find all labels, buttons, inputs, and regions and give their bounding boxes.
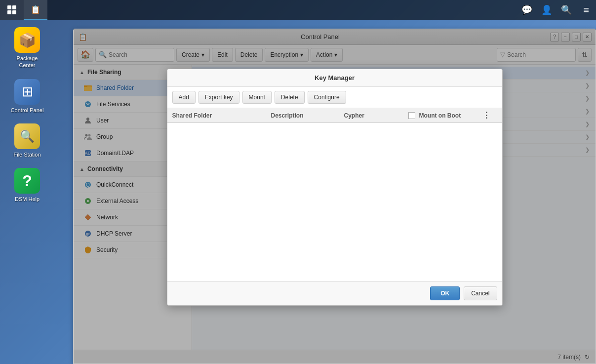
dsm-help-icon[interactable]: ? DSM Help — [7, 165, 47, 205]
file-station-icon[interactable]: 🔍 File Station — [7, 121, 47, 161]
col-cypher: Cypher — [344, 112, 408, 119]
modal-overlay: Key Manager Add Export key Mount Delete … — [74, 29, 596, 364]
apps-grid-icon — [5, 3, 18, 16]
taskbar-right: 💬 👤 🔍 ≡ — [517, 0, 596, 20]
dsm-help-img: ? — [14, 168, 40, 194]
mount-button[interactable]: Mount — [242, 91, 272, 104]
package-center-label: Package Center — [10, 55, 44, 69]
cancel-button[interactable]: Cancel — [464, 286, 497, 300]
search-icon: 🔍 — [561, 4, 572, 15]
control-panel-taskbar-icon: 📋 — [31, 5, 40, 14]
mount-on-boot-label: Mount on Boot — [419, 112, 461, 119]
taskbar-apps: 📋 — [0, 0, 47, 20]
user-icon-button[interactable]: 👤 — [537, 0, 556, 20]
control-panel-desktop-icon[interactable]: ⊞ Control Panel — [7, 77, 47, 116]
key-manager-modal: Key Manager Add Export key Mount Delete … — [167, 69, 503, 306]
col-more[interactable]: ⋮ — [482, 111, 497, 120]
modal-delete-button[interactable]: Delete — [275, 91, 305, 104]
configure-button[interactable]: Configure — [308, 91, 346, 104]
desktop-icons: 📦 Package Center ⊞ Control Panel 🔍 File … — [7, 25, 47, 205]
modal-toolbar: Add Export key Mount Delete Configure — [167, 87, 502, 108]
col-description: Description — [271, 112, 344, 119]
user-icon: 👤 — [541, 4, 552, 15]
taskbar-apps-grid-button[interactable] — [0, 0, 24, 20]
dsm-help-label: DSM Help — [15, 196, 40, 202]
file-station-img: 🔍 — [14, 123, 40, 149]
hamburger-icon: ≡ — [583, 4, 589, 16]
control-panel-desktop-label: Control Panel — [11, 107, 44, 114]
modal-title: Key Manager — [167, 69, 502, 87]
export-key-button[interactable]: Export key — [199, 91, 239, 104]
menu-icon-button[interactable]: ≡ — [576, 0, 596, 20]
file-station-label: File Station — [13, 151, 40, 158]
add-button[interactable]: Add — [172, 91, 196, 104]
table-header: Shared Folder Description Cypher Mount o… — [167, 108, 502, 123]
mount-on-boot-checkbox[interactable] — [408, 112, 415, 119]
package-center-img: 📦 — [14, 27, 40, 53]
chat-icon-button[interactable]: 💬 — [517, 0, 537, 20]
taskbar: 📋 💬 👤 🔍 ≡ — [0, 0, 596, 20]
ok-button[interactable]: OK — [430, 286, 460, 300]
table-body — [167, 123, 502, 281]
search-icon-button[interactable]: 🔍 — [556, 0, 576, 20]
desktop: 📋 💬 👤 🔍 ≡ 📦 Package Center — [0, 0, 596, 364]
package-center-icon[interactable]: 📦 Package Center — [7, 25, 47, 72]
modal-footer: OK Cancel — [167, 281, 502, 305]
control-panel-window: 📋 Control Panel ? − □ ✕ 🏠 🔍 Create ▾ — [73, 29, 596, 364]
taskbar-control-panel-button[interactable]: 📋 — [24, 0, 47, 20]
chat-icon: 💬 — [521, 4, 532, 15]
col-mount-on-boot: Mount on Boot — [408, 112, 482, 119]
control-panel-img: ⊞ — [14, 79, 40, 105]
col-shared-folder: Shared Folder — [172, 112, 271, 119]
